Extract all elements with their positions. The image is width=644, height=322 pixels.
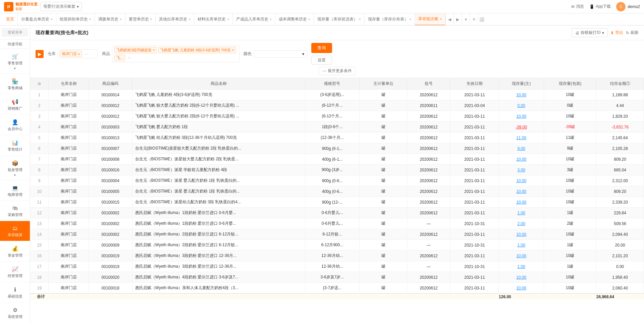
row-batch: 20200611: [407, 100, 450, 111]
tab-nav-prev[interactable]: ◀: [445, 13, 453, 25]
tab-home[interactable]: 首页: [3, 13, 18, 25]
product-tag-area[interactable]: 飞鹤奶粉3段丙罐提装 × 飞鹤星飞帆 儿童奶粉 4段(3-6岁适用) 700克 …: [112, 46, 239, 62]
row-qty-main[interactable]: 1.00: [499, 208, 544, 218]
tab-distribute[interactable]: 分量盘点单历史 ×: [18, 13, 56, 25]
row-qty-main[interactable]: 10.00: [499, 111, 544, 122]
tab-nav-next[interactable]: ▶: [453, 13, 462, 25]
tab-close-mix[interactable]: ×: [120, 17, 122, 21]
template-print-btn[interactable]: 🖨 按模板打印 ▾: [572, 28, 608, 37]
tab-close-material-out[interactable]: ×: [227, 17, 229, 21]
sidebar-quick-nav[interactable]: 快捷导航: [0, 40, 30, 49]
color-dropdown[interactable]: ▾: [254, 50, 307, 58]
row-unit: 罐: [360, 175, 407, 186]
tab-close-other-out[interactable]: ×: [189, 17, 191, 21]
tab-close-inventory-status[interactable]: ×: [359, 17, 361, 21]
tab-close-require[interactable]: ×: [150, 17, 152, 21]
filter-expand-arrow[interactable]: ▶: [36, 50, 44, 58]
settings-btn[interactable]: 设置: [311, 56, 332, 65]
tab-require[interactable]: 要货单历史 ×: [125, 13, 156, 25]
tab-close-batch-ledger[interactable]: ×: [440, 17, 442, 21]
content-area: 现存量查询(按仓库+批次) 🖨 按模板打印 ▾ ⬇ 导出 ↻ 刷新: [30, 25, 644, 322]
tab-close-distribute[interactable]: ×: [51, 17, 53, 21]
row-qty-main[interactable]: 11.00: [499, 132, 544, 143]
username: demo2: [628, 4, 640, 9]
tab-close-cost-adjust[interactable]: ×: [308, 17, 310, 21]
sidebar-item-retail[interactable]: 🛒 零售管理 ▾: [0, 49, 30, 74]
sidebar-item-base[interactable]: ℹ 基础信息: [0, 282, 30, 303]
table-row: 12 南岸门店 00100002 惠氏启赋（Wyeth illuma）1段奶粉 …: [30, 208, 644, 218]
sidebar-search-btn[interactable]: 搜索菜单: [2, 28, 28, 37]
col-settings[interactable]: ⚙: [30, 78, 49, 90]
user-area[interactable]: E demo2: [616, 2, 640, 11]
row-qty-main[interactable]: 3.00: [499, 165, 544, 175]
sidebar-item-inventory[interactable]: 🗂 库存核算: [0, 221, 30, 241]
sidebar-item-ecom[interactable]: 💻 电商管理: [0, 180, 30, 201]
row-qty-main[interactable]: 10.00: [499, 251, 544, 261]
tab-other-out[interactable]: 其他出库单历史 ×: [156, 13, 194, 25]
row-qty-main[interactable]: 0.00: [499, 100, 544, 111]
row-code: 00100014: [89, 90, 132, 100]
tab-inventory-dist[interactable]: 现存量（库存分布表） ×: [365, 13, 415, 25]
row-qty-main[interactable]: 10.00: [499, 283, 544, 294]
warehouse-label: 仓库: [48, 51, 56, 57]
warehouse-tag-area[interactable]: 南岸门店 × ···: [58, 49, 98, 58]
tab-material-out[interactable]: 材料出库单历史 ×: [194, 13, 233, 25]
footer-amount-total: 26,968.64: [596, 293, 644, 300]
tab-disassemble[interactable]: 组装拆卸单历史 ×: [56, 13, 95, 25]
tab-close-disassemble[interactable]: ×: [89, 17, 91, 21]
app-download-btn[interactable]: 📱 App下载: [589, 4, 611, 9]
tab-close-inventory-dist[interactable]: ×: [410, 17, 412, 21]
row-qty-main[interactable]: 10.00: [499, 272, 544, 283]
col-name: 商品名称: [132, 78, 305, 90]
row-qty-main[interactable]: 10.00: [499, 175, 544, 186]
messages-btn[interactable]: ✉ 消息: [571, 4, 584, 9]
tab-batch-ledger[interactable]: 库存批次账 ×: [415, 13, 445, 25]
product-tag-2-close[interactable]: ×: [232, 48, 234, 52]
tab-close-product-in[interactable]: ×: [270, 17, 272, 21]
phone-icon: 📱: [589, 4, 594, 9]
row-qty-main[interactable]: 2.00: [499, 218, 544, 229]
tab-cost-adjust[interactable]: 成本调整单历史 ×: [275, 13, 314, 25]
expand-more-btn[interactable]: ⋯ 展开更多条件: [319, 67, 356, 75]
row-qty-main[interactable]: 10.00: [499, 90, 544, 100]
refresh-btn[interactable]: ↻ 刷新: [626, 30, 639, 36]
row-qty-main[interactable]: -39.00: [499, 122, 544, 132]
row-qty-main[interactable]: 1.00: [499, 240, 544, 251]
row-unit: 罐: [360, 251, 407, 261]
account-dropdown[interactable]: 母婴行业演示账套 ▾: [40, 2, 82, 11]
sidebar-item-finance[interactable]: 💰 资金管理: [0, 241, 30, 262]
row-name: 惠氏启赋（Wyeth illuma）4段奶粉 爱尔兰进口 3-6岁及7...: [132, 272, 305, 283]
row-qty-main[interactable]: 9.00: [499, 143, 544, 154]
sidebar-item-sys[interactable]: ⚙ 系统管理: [0, 303, 30, 322]
sidebar-item-retail-shop[interactable]: 🏪 零售商城: [0, 74, 30, 94]
warehouse-ellipsis[interactable]: ···: [85, 52, 88, 56]
export-btn[interactable]: ⬇ 导出: [610, 30, 623, 36]
sidebar-item-biz[interactable]: 📈 经营管理: [0, 262, 30, 282]
row-qty-pkg: 3罐: [544, 165, 596, 175]
tab-inventory-status[interactable]: 现存量（库存状况表） ×: [314, 13, 365, 25]
tab-maximize[interactable]: ⬜: [478, 13, 486, 25]
sidebar-label-marketing: 营销推广: [8, 106, 22, 111]
sidebar-item-wholesale[interactable]: 📦 批发管理 ▾: [0, 156, 30, 180]
product-ellipsis[interactable]: ···: [128, 55, 131, 60]
row-qty-main[interactable]: 10.00: [499, 229, 544, 240]
app-download-label: App下载: [596, 4, 611, 9]
warehouse-tag-close[interactable]: ×: [78, 52, 80, 56]
tab-mix[interactable]: 调拨单历史 ×: [95, 13, 125, 25]
row-batch: 20200612: [407, 229, 450, 240]
row-qty-main[interactable]: 10.00: [499, 197, 544, 208]
sidebar-item-stats[interactable]: 📊 零售统计: [0, 135, 30, 156]
tab-close-all[interactable]: ✕: [470, 13, 478, 25]
query-btn[interactable]: 查询: [311, 43, 332, 53]
sidebar-item-member[interactable]: 👤 会员中心: [0, 115, 30, 135]
tab-nav-more[interactable]: ▾: [462, 13, 470, 25]
row-qty-main[interactable]: 1.00: [499, 261, 544, 272]
table-header-row: ⚙ 仓库名称 商品编码 商品名称 规格型号 主计量单位 批号 失效日期 现存量(…: [30, 78, 644, 90]
settings-col-icon[interactable]: ⚙: [38, 82, 41, 86]
row-qty-main[interactable]: 10.00: [499, 154, 544, 165]
row-qty-main[interactable]: 10.00: [499, 186, 544, 197]
tab-product-in[interactable]: 产成品入库单历史 ×: [233, 13, 275, 25]
sidebar-item-marketing[interactable]: 📢 营销推广: [0, 94, 30, 115]
product-tag-1-close[interactable]: ×: [153, 48, 155, 52]
sidebar-item-purchase[interactable]: 🛍 采购管理: [0, 201, 30, 221]
